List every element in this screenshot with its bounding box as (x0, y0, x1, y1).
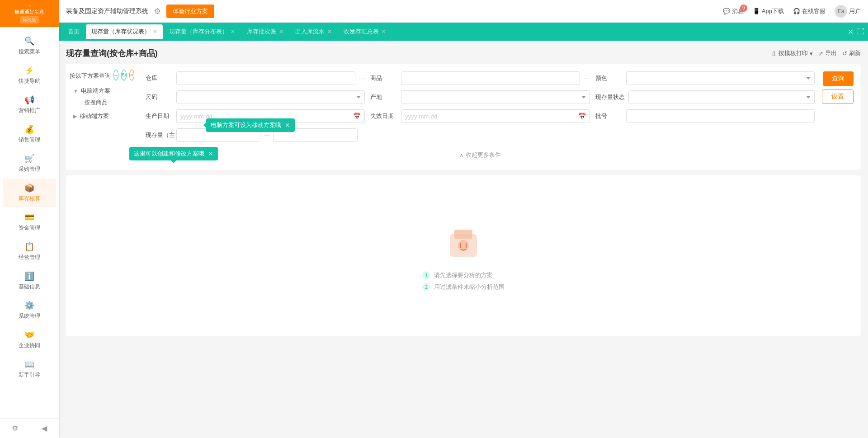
warehouse-field: 仓库 ··· (146, 71, 365, 85)
scheme-group-pc-label: 电脑端方案 (81, 87, 110, 95)
collapse-label: 收起更多条件 (466, 151, 501, 159)
tab-stock-dist[interactable]: 现存量（库存分布表） ✕ (164, 24, 241, 39)
title-actions: 🖨 按模板打印 ▾ ↗ 导出 ↺ 刷新 (771, 49, 861, 57)
scheme-group-mobile-header[interactable]: ▶ 移动端方案 (73, 110, 134, 122)
refresh-scheme-btn[interactable]: ↻ (121, 70, 127, 80)
sidebar-nav: 🔍 搜索菜单 ⚡ 快捷导航 📢 营销推广 💰 销售管理 🛒 采购管理 📦 库存核… (0, 27, 59, 418)
main-content: 装备及固定资产辅助管理系统 ⚙ 体验行业方案 💬 消息 9 📱 App下载 🎧 … (59, 0, 868, 438)
scheme-panel: 按以下方案查询 + ↻ « ▼ 电脑端方案 按搜商品 (66, 64, 138, 170)
size-label: 尺码 (146, 93, 173, 101)
tooltip-scheme-mobile: 电脑方案可设为移动方案哦 ✕ (206, 118, 295, 132)
sidebar-item-sales[interactable]: 💰 销售管理 (3, 120, 56, 148)
sidebar-item-marketing[interactable]: 📢 营销推广 (3, 90, 56, 119)
tab-bar-end: ✕ ⛶ (848, 28, 864, 36)
warehouse-input[interactable] (176, 71, 355, 85)
tab-home[interactable]: 首页 (62, 24, 85, 39)
sidebar-item-quick-nav[interactable]: ⚡ 快捷导航 (3, 61, 56, 89)
tab-close-all-icon[interactable]: ✕ (848, 28, 854, 36)
tab-expand-icon[interactable]: ⛶ (857, 28, 864, 36)
tab-stock-status-close[interactable]: ✕ (153, 28, 157, 35)
online-service-btn[interactable]: 🎧 在线客服 (793, 7, 826, 15)
sidebar-item-finance[interactable]: 💳 资金管理 (3, 208, 56, 236)
scheme-item-goods[interactable]: 按搜商品 (73, 97, 134, 108)
tooltip-2-close[interactable]: ✕ (208, 150, 213, 157)
system-settings-icon[interactable]: ⚙ (154, 6, 161, 16)
sidebar-label-system: 系统管理 (19, 312, 40, 320)
sidebar-item-inventory[interactable]: 📦 库存核算 (3, 179, 56, 207)
size-select[interactable] (176, 90, 365, 104)
tab-batch-account[interactable]: 库存批次账 ✕ (241, 24, 289, 39)
tab-stock-status-label: 现存量（库存状况表） (91, 28, 150, 36)
empty-state: 1 请先选择要分析的方案 2 用过滤条件来缩小分析范围 (84, 193, 843, 318)
page-area: 现存量查询(按仓库+商品) 🖨 按模板打印 ▾ ↗ 导出 ↺ 刷新 (59, 41, 868, 438)
sidebar-label-operations: 经营管理 (19, 254, 40, 261)
system-name: 装备及固定资产辅助管理系统 (66, 7, 148, 15)
message-btn[interactable]: 💬 消息 9 (723, 7, 744, 15)
print-dropdown-icon: ▾ (810, 50, 813, 57)
sidebar-label-enterprise: 企业协同 (19, 342, 40, 349)
scheme-list: ▼ 电脑端方案 按搜商品 ▶ 移动端方案 (73, 85, 134, 122)
sidebar-item-enterprise[interactable]: 🤝 企业协同 (3, 325, 56, 354)
sidebar-item-operations[interactable]: 📋 经营管理 (3, 237, 56, 266)
tab-inout-flow[interactable]: 出入库流水 ✕ (290, 24, 337, 39)
marketing-icon: 📢 (24, 95, 34, 105)
tab-stock-dist-close[interactable]: ✕ (231, 28, 235, 35)
tab-recv-summary[interactable]: 收发存汇总表 ✕ (338, 24, 392, 39)
filter-right: 仓库 ··· 商品 ··· 颜色 (138, 64, 822, 170)
expire-date-input[interactable]: yyyy-mm-dd 📅 (401, 109, 590, 123)
tab-batch-account-close[interactable]: ✕ (279, 28, 283, 35)
tab-inout-flow-close[interactable]: ✕ (327, 28, 332, 35)
refresh-icon: ↺ (842, 50, 847, 57)
tip-num-2: 2 (422, 283, 430, 291)
sidebar-label-inventory: 库存核算 (19, 195, 40, 203)
message-badge: 9 (740, 5, 747, 12)
app-download-btn[interactable]: 📱 App下载 (753, 7, 784, 15)
batch-input[interactable] (626, 109, 815, 123)
goods-dots[interactable]: ··· (584, 74, 590, 82)
arrow-right-icon: ▶ (73, 113, 77, 119)
scheme-group-pc-header[interactable]: ▼ 电脑端方案 (73, 85, 134, 97)
scheme-group-mobile: ▶ 移动端方案 (73, 110, 134, 122)
search-btn[interactable]: 查询 (823, 71, 854, 86)
add-scheme-btn[interactable]: + (113, 70, 118, 80)
inventory-icon: 📦 (24, 183, 34, 193)
collapse-sidebar-btn[interactable]: ◀ (42, 424, 47, 433)
header-right: 💬 消息 9 📱 App下载 🎧 在线客服 Ea 用户 (723, 5, 861, 18)
export-btn[interactable]: ↗ 导出 (818, 49, 837, 57)
tooltip-1-close[interactable]: ✕ (285, 122, 290, 129)
sidebar-item-purchase[interactable]: 🛒 采购管理 (3, 149, 56, 178)
page-title-bar: 现存量查询(按仓库+商品) 🖨 按模板打印 ▾ ↗ 导出 ↺ 刷新 (66, 48, 861, 59)
goods-label: 商品 (370, 74, 397, 82)
sidebar-item-system[interactable]: ⚙️ 系统管理 (3, 296, 56, 325)
arrow-down-icon: ▼ (73, 88, 78, 94)
settings-footer-btn[interactable]: ⚙ (12, 424, 18, 433)
tab-stock-status[interactable]: 现存量（库存状况表） ✕ (86, 24, 163, 39)
stock-status-select[interactable] (628, 90, 815, 104)
goods-input[interactable] (401, 71, 580, 85)
sidebar: 6 畅通通好生意 标准版 🔍 搜索菜单 ⚡ 快捷导航 📢 营销推广 💰 销售管理… (0, 0, 59, 438)
range-dash: — (264, 132, 270, 139)
origin-select[interactable] (401, 90, 590, 104)
sidebar-item-tutorial[interactable]: 📖 新手引导 (3, 355, 56, 383)
top-header: 装备及固定资产辅助管理系统 ⚙ 体验行业方案 💬 消息 9 📱 App下载 🎧 … (59, 0, 868, 23)
back-scheme-btn[interactable]: « (129, 70, 134, 80)
produce-date-label: 生产日期 (146, 112, 173, 120)
stock-status-field: 现存量状态 (595, 90, 815, 104)
sidebar-item-search[interactable]: 🔍 搜索菜单 (3, 32, 56, 60)
warehouse-dots[interactable]: ··· (359, 74, 365, 82)
mobile-icon: 📱 (753, 8, 760, 14)
tab-recv-summary-close[interactable]: ✕ (382, 28, 386, 35)
sidebar-label-marketing: 营销推广 (19, 107, 40, 114)
color-select[interactable] (626, 71, 815, 85)
refresh-btn[interactable]: ↺ 刷新 (842, 49, 861, 57)
svg-point-4 (458, 240, 469, 251)
print-btn[interactable]: 🖨 按模板打印 ▾ (771, 49, 813, 57)
sidebar-item-basic-info[interactable]: ℹ️ 基础信息 (3, 267, 56, 295)
collapse-more-btn[interactable]: ∧ 收起更多条件 (146, 147, 815, 163)
filter-label: 按以下方案查询 (70, 72, 111, 80)
user-menu[interactable]: Ea 用户 (835, 5, 861, 18)
industry-btn[interactable]: 体验行业方案 (166, 5, 214, 18)
reset-btn[interactable]: 设置 (822, 89, 854, 104)
quicknav-icon: ⚡ (24, 66, 34, 75)
expire-date-placeholder: yyyy-mm-dd (405, 113, 437, 120)
